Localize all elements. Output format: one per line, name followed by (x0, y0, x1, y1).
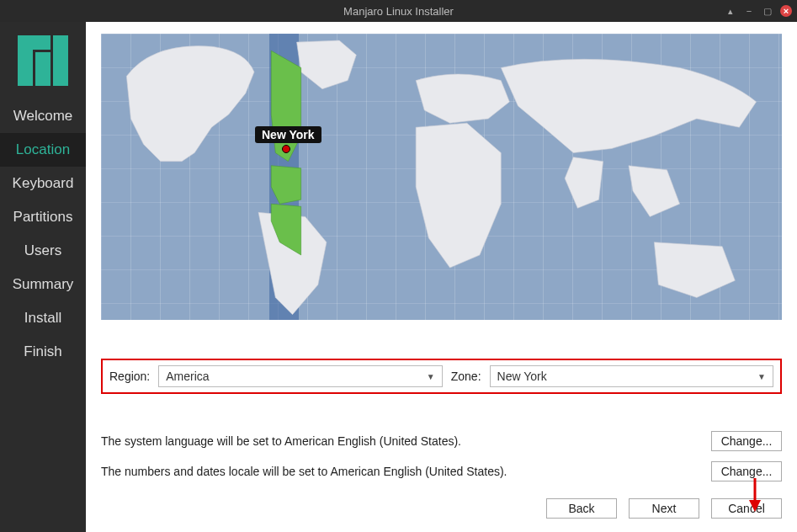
sidebar-item-partitions[interactable]: Partitions (0, 200, 86, 234)
sidebar-item-users[interactable]: Users (0, 234, 86, 268)
window-controls: ▴ − ▢ × (725, 5, 792, 17)
chevron-down-icon: ▼ (427, 372, 435, 381)
sidebar-item-keyboard[interactable]: Keyboard (0, 167, 86, 200)
chevron-down-icon: ▼ (757, 372, 766, 381)
zone-label: Zone: (451, 370, 481, 383)
svg-rect-1 (35, 52, 50, 86)
main-panel: New York Region: America ▼ Zone: New Yor… (86, 22, 797, 532)
numbers-info-text: The numbers and dates locale will be set… (101, 465, 507, 478)
cancel-button[interactable]: Cancel (711, 498, 782, 519)
back-button[interactable]: Back (546, 498, 617, 519)
sidebar-item-welcome[interactable]: Welcome (0, 99, 86, 133)
zone-select[interactable]: New York ▼ (490, 365, 773, 387)
language-info-text: The system language will be set to Ameri… (101, 434, 461, 448)
region-zone-row: Region: America ▼ Zone: New York ▼ (101, 359, 782, 394)
minimize-icon[interactable]: − (743, 5, 755, 17)
maximize-icon[interactable]: ▢ (762, 5, 773, 17)
sidebar-item-location[interactable]: Location (0, 133, 86, 167)
wizard-nav: Back Next Cancel (101, 498, 782, 519)
window-up-icon[interactable]: ▴ (725, 5, 736, 17)
svg-rect-3 (18, 35, 50, 50)
map-city-label: New York (255, 126, 321, 143)
sidebar-item-install[interactable]: Install (0, 301, 86, 335)
timezone-map[interactable]: New York (101, 34, 782, 320)
change-numbers-button[interactable]: Change... (711, 461, 782, 481)
region-select[interactable]: America ▼ (158, 365, 442, 387)
close-icon[interactable]: × (780, 5, 792, 17)
change-language-button[interactable]: Change... (711, 431, 782, 451)
sidebar: Welcome Location Keyboard Partitions Use… (0, 22, 86, 532)
sidebar-item-summary[interactable]: Summary (0, 268, 86, 301)
svg-rect-2 (53, 35, 68, 86)
region-select-value: America (166, 370, 209, 383)
region-label: Region: (109, 370, 150, 383)
next-button[interactable]: Next (629, 498, 699, 519)
sidebar-item-finish[interactable]: Finish (0, 335, 86, 369)
titlebar: Manjaro Linux Installer ▴ − ▢ × (0, 0, 797, 22)
world-map-icon (101, 34, 782, 320)
zone-select-value: New York (497, 370, 547, 383)
window-title: Manjaro Linux Installer (343, 5, 454, 18)
map-pin-icon (282, 145, 290, 153)
manjaro-logo-icon (0, 27, 86, 99)
